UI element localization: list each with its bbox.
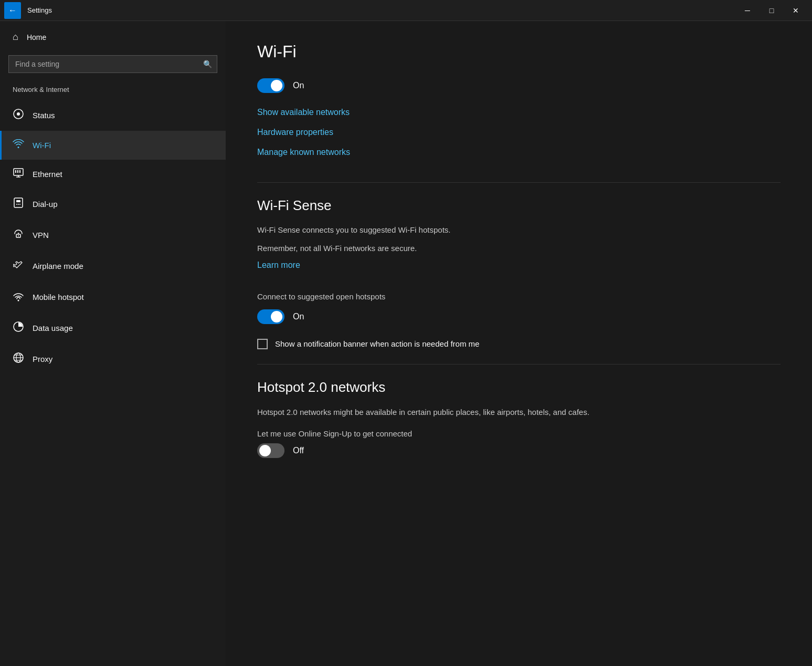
datausage-icon — [13, 321, 24, 335]
sidebar-item-datausage[interactable]: Data usage — [0, 313, 226, 344]
manage-networks-link[interactable]: Manage known networks — [257, 148, 350, 157]
sidebar-proxy-label: Proxy — [33, 355, 52, 363]
sidebar-status-label: Status — [33, 111, 55, 120]
sidebar-section-title: Network & Internet — [0, 81, 226, 100]
hotspot-desc: Hotspot 2.0 networks might be available … — [257, 406, 781, 419]
close-button[interactable]: ✕ — [784, 0, 808, 21]
proxy-icon — [13, 352, 24, 366]
svg-rect-9 — [16, 200, 20, 202]
wifi-sense-desc2: Remember, not all Wi-Fi networks are sec… — [257, 243, 781, 255]
wifi-icon — [13, 139, 24, 151]
app-title: Settings — [27, 6, 52, 14]
sidebar-dialup-label: Dial-up — [33, 200, 58, 209]
maximize-button[interactable]: □ — [760, 0, 784, 21]
back-button[interactable]: ← — [4, 2, 21, 19]
show-networks-link[interactable]: Show available networks — [257, 108, 350, 117]
content-area: Wi-Fi On Show available networks Hardwar… — [226, 21, 812, 666]
signup-toggle-label: Off — [293, 446, 304, 455]
sidebar-wifi-label: Wi-Fi — [33, 141, 51, 150]
sidebar-airplane-label: Airplane mode — [33, 262, 83, 270]
svg-rect-4 — [17, 170, 18, 173]
connect-hotspots-label: Connect to suggested open hotspots — [257, 291, 781, 303]
connect-hotspots-section: Connect to suggested open hotspots On — [257, 291, 781, 324]
wifi-toggle-row: On — [257, 78, 781, 93]
window-controls: ─ □ ✕ — [735, 0, 808, 21]
sidebar-item-status[interactable]: Status — [0, 100, 226, 131]
vpn-icon — [13, 228, 24, 242]
wifi-sense-desc1: Wi-Fi Sense connects you to suggested Wi… — [257, 224, 781, 236]
notification-checkbox-row: Show a notification banner when action i… — [257, 339, 781, 349]
connect-hotspots-toggle-row: On — [257, 309, 781, 324]
svg-rect-8 — [14, 198, 23, 207]
ethernet-icon — [13, 168, 24, 180]
sidebar-item-home[interactable]: ⌂ Home — [0, 21, 226, 53]
hotspot-title: Hotspot 2.0 networks — [257, 379, 781, 396]
sidebar-item-airplane[interactable]: Airplane mode — [0, 251, 226, 282]
wifi-sense-title: Wi-Fi Sense — [257, 197, 781, 214]
minimize-button[interactable]: ─ — [735, 0, 760, 21]
signup-toggle[interactable] — [257, 443, 284, 458]
divider-2 — [257, 364, 781, 365]
svg-rect-5 — [19, 170, 20, 173]
search-input[interactable] — [8, 55, 217, 73]
home-icon: ⌂ — [13, 32, 18, 43]
connect-toggle-label: On — [293, 312, 304, 321]
divider-1 — [257, 182, 781, 183]
sidebar-item-ethernet[interactable]: Ethernet — [0, 160, 226, 189]
app-container: ⌂ Home 🔍 Network & Internet Status — [0, 21, 812, 666]
mobilehotspot-icon — [13, 290, 24, 304]
svg-rect-3 — [15, 170, 16, 173]
sidebar-item-proxy[interactable]: Proxy — [0, 344, 226, 374]
wifi-toggle[interactable] — [257, 78, 284, 93]
airplane-icon — [13, 259, 24, 273]
svg-point-11 — [18, 204, 19, 205]
sidebar-home-label: Home — [27, 33, 46, 41]
svg-point-14 — [18, 235, 19, 236]
titlebar: ← Settings ─ □ ✕ — [0, 0, 812, 21]
sidebar-item-mobilehotspot[interactable]: Mobile hotspot — [0, 282, 226, 313]
status-icon — [13, 108, 24, 122]
signup-toggle-row: Off — [257, 443, 781, 458]
search-icon: 🔍 — [203, 60, 212, 68]
back-icon: ← — [8, 6, 17, 15]
sidebar-mobilehotspot-label: Mobile hotspot — [33, 293, 84, 301]
notification-checkbox[interactable] — [257, 339, 268, 349]
svg-point-1 — [17, 112, 20, 116]
page-title: Wi-Fi — [257, 42, 781, 61]
sidebar-item-wifi[interactable]: Wi-Fi — [0, 131, 226, 160]
sidebar-search-container: 🔍 — [8, 55, 217, 73]
signup-section: Let me use Online Sign-Up to get connect… — [257, 429, 781, 458]
svg-point-10 — [16, 204, 17, 205]
sidebar: ⌂ Home 🔍 Network & Internet Status — [0, 21, 226, 666]
connect-hotspots-toggle[interactable] — [257, 309, 284, 324]
sidebar-ethernet-label: Ethernet — [33, 170, 62, 179]
learn-more-link[interactable]: Learn more — [257, 261, 300, 270]
sidebar-datausage-label: Data usage — [33, 324, 73, 332]
hardware-properties-link[interactable]: Hardware properties — [257, 128, 333, 137]
wifi-toggle-label: On — [293, 81, 304, 90]
svg-point-12 — [19, 204, 20, 205]
signup-label: Let me use Online Sign-Up to get connect… — [257, 429, 781, 438]
svg-point-16 — [18, 300, 19, 301]
sidebar-item-vpn[interactable]: VPN — [0, 220, 226, 251]
sidebar-item-dialup[interactable]: Dial-up — [0, 189, 226, 220]
dialup-icon — [13, 197, 24, 211]
notification-checkbox-label: Show a notification banner when action i… — [275, 339, 479, 348]
sidebar-vpn-label: VPN — [33, 231, 49, 240]
